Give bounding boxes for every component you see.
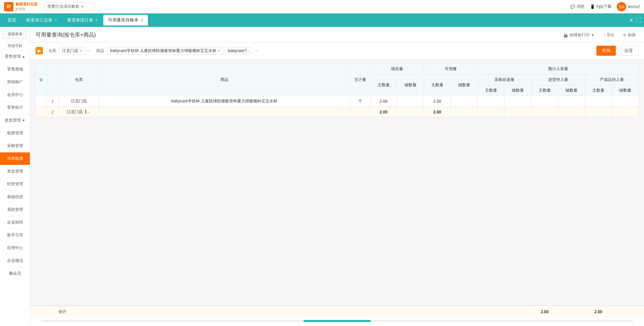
user-profile[interactable]: Ea demo2 xyxy=(617,2,640,11)
col-header-pur-transit-main: 主数量 xyxy=(478,85,504,96)
sidebar-item-marketing-label: 营销推广 xyxy=(7,79,23,85)
sidebar-item-ecommerce-mgmt[interactable]: 电商管理 xyxy=(0,127,30,140)
settings-button[interactable]: 设置 xyxy=(619,46,639,56)
warehouse-filter-more[interactable]: ··· xyxy=(87,48,91,54)
product-tag-babycare-label: babycare学饮杯 儿童防摔防撞吸管杯重力球吸嘴杯宝宝水杯 xyxy=(110,48,216,54)
window-maximize-icon[interactable]: ⛶ xyxy=(636,17,641,23)
col-header-settings: ⚙ xyxy=(36,64,47,96)
sidebar-item-marketing[interactable]: 营销推广 xyxy=(0,76,30,89)
product-tag-babycare[interactable]: babycare学饮杯 儿童防摔防撞吸管杯重力球吸嘴杯宝宝水杯 ✕ xyxy=(107,47,223,55)
tab-available-stock-close[interactable]: ✕ xyxy=(141,18,143,22)
col-header-stock-main: 主数量 xyxy=(370,75,397,96)
sidebar-item-system-mgmt[interactable]: 系统管理 xyxy=(0,203,30,216)
row2-unit xyxy=(350,107,370,118)
top-bar-right: 💬 消息 📱 App下载 Ea demo2 xyxy=(570,2,640,11)
sidebar-item-app-center[interactable]: 应用中心 xyxy=(0,242,30,254)
template-print-button[interactable]: 🖨️ 按模板打印 ▼ xyxy=(560,31,597,39)
nav-tabs: 首页 收发存汇总表 ✕ 要货单统计表 ✕ 可用量库存账本 ✕ ✕ ⛶ xyxy=(0,13,644,27)
horizontal-scrollbar[interactable] xyxy=(41,320,633,322)
row2-stock-main: 2.00 xyxy=(370,107,397,118)
refresh-button[interactable]: ↻ 刷新 xyxy=(621,31,639,39)
page-actions: 🖨️ 按模板打印 ▼ ↑ 导出 ↻ 刷新 xyxy=(560,31,639,39)
col-header-inbound-pending: 进货待入量 xyxy=(531,75,585,85)
quick-nav-button[interactable]: 快捷导航 xyxy=(0,42,30,50)
product-tag-babycare2[interactable]: babycare?... xyxy=(225,47,253,54)
app-download-action[interactable]: 📱 App下载 xyxy=(590,4,611,9)
tab-order-stats[interactable]: 要货单统计表 ✕ xyxy=(62,15,103,26)
tenant-selector[interactable]: 母婴行业演示账套 ▼ xyxy=(44,2,95,11)
sidebar-item-operations-mgmt-label: 经营管理 xyxy=(7,181,23,187)
col-header-pur-transit-sub: 辅数量 xyxy=(504,85,531,96)
scrollbar-thumb[interactable] xyxy=(304,320,371,322)
col-header-finished-main: 主数量 xyxy=(585,85,612,96)
chevron-down-icon: ▼ xyxy=(81,5,84,8)
sidebar-item-retail-mall[interactable]: 零售商城 xyxy=(0,63,30,76)
product-filter-more[interactable]: ··· xyxy=(254,48,259,54)
sidebar-item-retail-stats[interactable]: 零售统计 xyxy=(0,101,30,114)
sidebar-item-inventory-check[interactable]: 库存核算 xyxy=(0,152,30,165)
col-header-available: 可用量 xyxy=(424,64,478,75)
sidebar-item-purchase-mgmt[interactable]: 采购管理 xyxy=(0,140,30,152)
sidebar-search-area: 搜索菜单 xyxy=(0,27,30,42)
col-header-unit: 主计量 xyxy=(350,64,370,96)
printer-icon: 🖨️ xyxy=(563,33,568,38)
table-row: 1 江北门店 babycare学饮杯 儿童防摔防撞吸管杯重力球吸嘴杯宝宝水杯 个… xyxy=(36,96,639,107)
sidebar-item-retail-mgmt-label: 零售管理 xyxy=(5,54,21,59)
col-header-finished-sub: 辅数量 xyxy=(612,85,639,96)
col-header-warehouse: 仓库 xyxy=(59,64,99,96)
sidebar-item-member[interactable]: 畅会员 xyxy=(0,267,30,280)
avatar: Ea xyxy=(617,2,626,11)
warehouse-tag-jiangbei[interactable]: 江北门店 ✕ xyxy=(59,47,85,55)
tab-home[interactable]: 首页 xyxy=(3,15,21,26)
sidebar-item-retail-mgmt[interactable]: 零售管理 ▲ xyxy=(0,50,30,63)
sidebar-item-wholesale-mgmt-label: 批发管理 xyxy=(5,118,21,123)
page-title: 可用量查询(按仓库+商品) xyxy=(36,32,96,39)
row2-inbound-main xyxy=(531,107,558,118)
message-action[interactable]: 💬 消息 xyxy=(570,4,585,9)
row1-index: 1 xyxy=(47,96,59,107)
row1-avail-sub xyxy=(451,96,478,107)
table-wrapper: ⚙ 仓库 商品 主计量 现存量 可用量 预计入库量 主数量 辅数量 主数量 xyxy=(30,59,644,306)
export-icon: ↑ xyxy=(603,33,605,38)
query-button[interactable]: 查询 xyxy=(596,46,616,56)
sidebar-item-basic-info[interactable]: 基础信息 xyxy=(0,191,30,203)
sidebar-item-new-guide-label: 新手引导 xyxy=(7,232,23,238)
table-footer: 合计 2.00 2.00 xyxy=(30,306,644,317)
tab-receipt-summary-close[interactable]: ✕ xyxy=(54,18,57,22)
sidebar-item-enterprise-wechat[interactable]: 企业微信 xyxy=(0,254,30,267)
tab-receipt-summary[interactable]: 收发存汇总表 ✕ xyxy=(21,15,62,26)
search-menu-button[interactable]: 搜索菜单 xyxy=(3,30,27,39)
message-label: 消息 xyxy=(577,4,585,9)
tab-order-stats-close[interactable]: ✕ xyxy=(95,18,98,22)
row1-finished-sub xyxy=(612,96,639,107)
col-header-purchase-transit: 采购在途量 xyxy=(478,75,531,85)
tab-available-stock[interactable]: 可用量库存账本 ✕ xyxy=(103,15,148,26)
logo-icon: 好 xyxy=(4,2,13,11)
col-header-stock-sub: 辅数量 xyxy=(397,75,424,96)
col-header-product: 商品 xyxy=(99,64,350,96)
row2-index: 2 xyxy=(47,107,59,118)
chevron-up-icon: ▲ xyxy=(22,55,25,58)
export-button[interactable]: ↑ 导出 xyxy=(600,31,617,39)
app-download-label: App下载 xyxy=(596,4,611,9)
product-tag-babycare-remove[interactable]: ✕ xyxy=(218,49,220,53)
logo-text: 畅捷通好生意 标准版 xyxy=(15,2,38,11)
sidebar-item-operations-mgmt[interactable]: 经营管理 xyxy=(0,178,30,191)
product-tag-babycare2-label: babycare?... xyxy=(228,48,250,53)
sidebar-item-enterprise-collab[interactable]: 企业协同 xyxy=(0,216,30,229)
table-settings-icon[interactable]: ⚙ xyxy=(39,78,43,82)
product-filter-label: 商品 xyxy=(96,48,104,54)
app-name: 畅捷通好生意 xyxy=(15,2,38,7)
sidebar-item-enterprise-wechat-label: 企业微信 xyxy=(7,258,23,264)
filter-toggle-button[interactable]: ▶ xyxy=(36,47,43,54)
window-close-icon[interactable]: ✕ xyxy=(629,17,633,24)
sidebar-item-wholesale-mgmt[interactable]: 批发管理 ▼ xyxy=(0,114,30,127)
product-filter-group: 商品 babycare学饮杯 儿童防摔防撞吸管杯重力球吸嘴杯宝宝水杯 ✕ bab… xyxy=(96,47,259,55)
row1-settings xyxy=(36,96,47,107)
sidebar-item-finance-mgmt[interactable]: 资金管理 xyxy=(0,165,30,178)
warehouse-tag-jiangbei-remove[interactable]: ✕ xyxy=(79,49,82,53)
sidebar-item-new-guide[interactable]: 新手引导 xyxy=(0,229,30,242)
row1-product: babycare学饮杯 儿童防摔防撞吸管杯重力球吸嘴杯宝宝水杯 xyxy=(99,96,350,107)
sidebar-item-member-center[interactable]: 会员中心 xyxy=(0,89,30,101)
row2-inbound-sub xyxy=(558,107,585,118)
